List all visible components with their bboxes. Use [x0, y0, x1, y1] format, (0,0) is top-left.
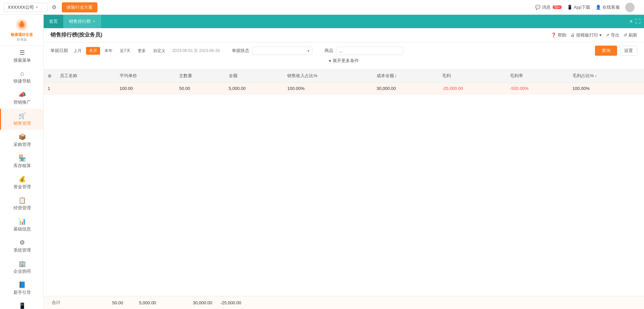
th-gross-rate-label: 毛利率 [510, 73, 523, 78]
td-sales-pct: 100.00% [283, 83, 373, 95]
finance-icon: 💰 [18, 175, 26, 183]
footer-qty: 50.00 [108, 300, 135, 305]
appstore-icon: 📱 [18, 302, 26, 309]
filter-settings-button[interactable]: 设置 [620, 46, 637, 56]
logo-sub: 标准版 [17, 37, 27, 42]
page-title: 销售排行榜(按业务员) [50, 32, 102, 39]
template-print-label: 按模板打印 [576, 32, 598, 38]
filter-row-1: 单据日期 上月 本月 本年 近7天 更多 自定义 2023-06-01 至 20… [50, 46, 637, 56]
tab-bar: 首页 销售排行榜 × × ⛶ [44, 15, 644, 28]
status-select[interactable] [252, 47, 312, 55]
export-button[interactable]: ↗ 导出 [606, 32, 619, 38]
th-gross-pct-label: 毛利占比% [572, 73, 594, 78]
footer-amount: 5,000.00 [135, 300, 162, 305]
cost-info-icon[interactable]: ℹ [395, 74, 396, 78]
th-gross-pct: 毛利占比% ▾ [568, 69, 644, 83]
sidebar-item-shortcut[interactable]: ⌂ 快捷导航 [0, 67, 43, 88]
logo-area: 畅康通好生意 标准版 [0, 15, 43, 46]
tab-home[interactable]: 首页 [44, 15, 63, 28]
operations-icon: 📋 [18, 197, 26, 204]
sidebar-item-appstore[interactable]: 📱 应用中心 [0, 299, 43, 309]
help-button[interactable]: ❓ 帮助 [551, 32, 566, 38]
sidebar-item-purchase[interactable]: 📦 采购管理 [0, 130, 43, 151]
sidebar-item-operations[interactable]: 📋 经营管理 [0, 193, 43, 214]
status-select-wrap [252, 47, 312, 55]
header-actions: ❓ 帮助 🖨 按模板打印 ▾ ↗ 导出 ↺ 刷新 [551, 32, 637, 38]
expand-button[interactable]: ▾ 展开更多条件 [329, 58, 359, 64]
column-settings-icon[interactable]: ⚙ [48, 73, 52, 79]
trial-button[interactable]: 体验行业方案 [62, 2, 97, 12]
sidebar-item-inventory[interactable]: 🏪 库存核算 [0, 151, 43, 172]
message-label: 消息 [542, 4, 551, 10]
td-qty: 50.00 [175, 83, 224, 95]
sidebar-label-operations: 经营管理 [13, 205, 31, 211]
sidebar-item-search[interactable]: ☰ 搜索菜单 [0, 46, 43, 67]
sidebar-item-sales[interactable]: 🛒 销售管理 [0, 109, 43, 130]
sidebar-label-purchase: 采购管理 [13, 142, 31, 148]
logo-icon [15, 18, 29, 32]
th-name-label: 员工名称 [60, 73, 77, 78]
th-gross-label: 毛利 [442, 73, 451, 78]
content-area: 首页 销售排行榜 × × ⛶ 销售排行榜(按业务员) ❓ 帮助 🖨 按模 [44, 15, 644, 309]
date-tab-last-month[interactable]: 上月 [71, 47, 85, 55]
marketing-icon: 📣 [18, 91, 26, 98]
sidebar-label-inventory: 库存核算 [13, 163, 31, 169]
th-gross-rate: 毛利率 [506, 69, 568, 83]
export-label: 导出 [611, 32, 619, 38]
refresh-icon: ↺ [624, 33, 627, 38]
sidebar-label-basic: 基础信息 [13, 226, 31, 232]
goods-input[interactable] [336, 47, 403, 55]
svg-point-3 [20, 21, 23, 23]
tab-sales-rank-label: 销售排行榜 [69, 18, 91, 24]
app-download-button[interactable]: 📱 App下载 [567, 4, 590, 10]
message-button[interactable]: 💬 消息 99+ [535, 4, 562, 10]
service-label: 在线客服 [602, 4, 620, 10]
help-label: 帮助 [558, 32, 566, 38]
table-header-row: ⚙ 员工名称 平均单价 主数量 全额 [44, 69, 644, 83]
top-bar: XXXXXX公司 ▾ ⚙ 体验行业方案 💬 消息 99+ 📱 App下载 👤 在… [0, 0, 644, 15]
company-selector[interactable]: XXXXXX公司 ▾ [4, 3, 48, 12]
sales-icon: 🛒 [18, 112, 26, 119]
sidebar-item-enterprise[interactable]: 🏢 企业协同 [0, 257, 43, 278]
sidebar-item-basic[interactable]: 📊 基础信息 [0, 214, 43, 236]
help-icon: ❓ [551, 33, 556, 38]
gross-pct-sort-icon[interactable]: ▾ [595, 74, 597, 78]
filter-area: 单据日期 上月 本月 本年 近7天 更多 自定义 2023-06-01 至 20… [44, 42, 644, 69]
sidebar-item-finance[interactable]: 💰 资金管理 [0, 172, 43, 193]
date-tab-custom[interactable]: 自定义 [150, 47, 168, 55]
sidebar-label-sales: 销售管理 [13, 120, 31, 126]
search-menu-icon: ☰ [19, 49, 25, 56]
message-badge: 99+ [553, 5, 562, 9]
date-tab-this-year[interactable]: 本年 [101, 47, 116, 55]
sidebar-item-guide[interactable]: 📘 新手引导 [0, 278, 43, 299]
sidebar-label-shortcut: 快捷导航 [13, 78, 31, 84]
sidebar-item-marketing[interactable]: 📣 营销推广 [0, 88, 43, 109]
table-footer: 合计 50.00 5,000.00 30,000.00 -25,000.00 [44, 296, 644, 309]
date-tab-this-month[interactable]: 本月 [86, 47, 100, 55]
tab-close-icon[interactable]: × [93, 19, 95, 24]
refresh-button[interactable]: ↺ 刷新 [624, 32, 637, 38]
settings-icon[interactable]: ⚙ [50, 3, 58, 12]
th-qty-label: 主数量 [179, 73, 192, 78]
sidebar-label-finance: 资金管理 [13, 184, 31, 190]
service-icon: 👤 [596, 5, 601, 10]
message-icon: 💬 [535, 5, 541, 10]
date-tab-7days[interactable]: 近7天 [117, 47, 133, 55]
th-cost-label: 成本全额 [377, 73, 394, 78]
tab-close-all-icon[interactable]: × [630, 18, 633, 24]
sidebar: 畅康通好生意 标准版 ☰ 搜索菜单 ⌂ 快捷导航 📣 营销推广 🛒 销售管理 📦… [0, 15, 44, 309]
tab-bar-right: × ⛶ [630, 18, 644, 24]
tab-sales-rank[interactable]: 销售排行榜 × [63, 15, 101, 28]
td-cost: 30,000.00 [373, 83, 438, 95]
date-tab-more[interactable]: 更多 [135, 47, 149, 55]
sidebar-item-system[interactable]: ⚙ 系统管理 [0, 236, 43, 257]
template-print-button[interactable]: 🖨 按模板打印 ▾ [570, 32, 602, 38]
online-service-button[interactable]: 👤 在线客服 [596, 4, 620, 10]
refresh-label: 刷新 [629, 32, 637, 38]
expand-row: ▾ 展开更多条件 [50, 56, 637, 66]
avatar[interactable] [625, 3, 635, 12]
sidebar-label-guide: 新手引导 [13, 290, 31, 296]
logo-text: 畅康通好生意 [11, 32, 33, 37]
query-button[interactable]: 查询 [595, 46, 617, 56]
tab-expand-icon[interactable]: ⛶ [635, 18, 641, 24]
